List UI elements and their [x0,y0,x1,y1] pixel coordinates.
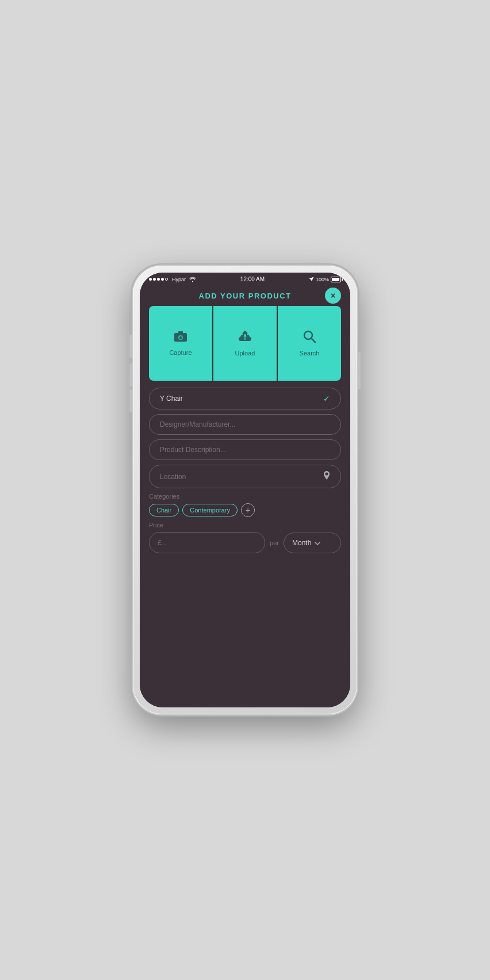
upload-icon [238,330,252,346]
location-placeholder: Location [160,473,186,481]
categories-tags: Chair Contemporary + [149,503,341,517]
tag-chair-label: Chair [156,507,171,514]
signal-dots [149,278,168,281]
status-bar: Hypar 12:00 AM 100% [140,273,350,285]
price-input[interactable]: £ . [149,532,265,553]
price-label: Price [149,522,341,529]
signal-dot-2 [153,278,156,281]
wifi-icon [189,277,196,282]
image-picker: Capture Upload [149,306,341,381]
search-label: Search [300,350,320,357]
signal-dot-4 [161,278,164,281]
battery-percent: 100% [316,277,329,282]
capture-label: Capture [169,349,192,356]
status-left: Hypar [149,277,196,282]
app-header: ADD YOUR PRODUCT × [140,285,350,306]
carrier-name: Hypar [172,277,186,282]
close-button[interactable]: × [325,288,341,304]
price-row: £ . per Month [149,532,341,553]
currency-symbol: £ [158,538,162,547]
search-icon [303,330,316,346]
add-category-button[interactable]: + [241,503,255,517]
svg-line-6 [311,338,315,342]
location-pin-icon [323,471,330,482]
signal-dot-3 [157,278,160,281]
close-icon: × [331,292,335,300]
tag-contemporary-label: Contemporary [190,507,230,514]
location-arrow-icon [309,277,314,282]
phone-screen: Hypar 12:00 AM 100% [140,273,350,707]
designer-field[interactable]: Designer/Manufacturer... [149,414,341,435]
search-option[interactable]: Search [278,306,341,381]
app-content: ADD YOUR PRODUCT × Capt [140,285,350,707]
period-value: Month [292,539,311,547]
signal-dot-5 [165,278,168,281]
categories-label: Categories [149,493,341,500]
svg-rect-3 [178,331,183,334]
chevron-down-icon [315,539,320,547]
tag-contemporary[interactable]: Contemporary [182,504,238,516]
price-section: Price £ . per Month [149,522,341,558]
phone-frame: Hypar 12:00 AM 100% [133,266,357,714]
decimal-separator: . [164,538,166,547]
upload-label: Upload [235,350,255,357]
tag-chair[interactable]: Chair [149,504,179,516]
camera-icon [174,331,187,346]
battery-fill [332,278,339,281]
svg-point-2 [179,336,182,339]
check-icon: ✓ [323,394,330,403]
plus-icon: + [246,506,250,514]
location-field[interactable]: Location [149,465,341,488]
categories-section: Categories Chair Contemporary + [149,493,341,517]
product-name-value: Y Chair [160,395,183,403]
signal-dot-1 [149,278,152,281]
battery-icon [331,277,341,282]
product-name-field[interactable]: Y Chair ✓ [149,388,341,409]
capture-option[interactable]: Capture [149,306,213,381]
period-select[interactable]: Month [284,533,341,553]
upload-option[interactable]: Upload [213,306,278,381]
description-placeholder: Product Description... [160,446,226,454]
page-title: ADD YOUR PRODUCT [199,292,292,300]
designer-placeholder: Designer/Manufacturer... [160,420,235,428]
description-field[interactable]: Product Description... [149,439,341,460]
per-label: per [270,539,279,546]
status-right: 100% [309,277,341,282]
status-time: 12:00 AM [240,276,265,282]
form-section: Y Chair ✓ Designer/Manufacturer... Produ… [140,388,350,707]
